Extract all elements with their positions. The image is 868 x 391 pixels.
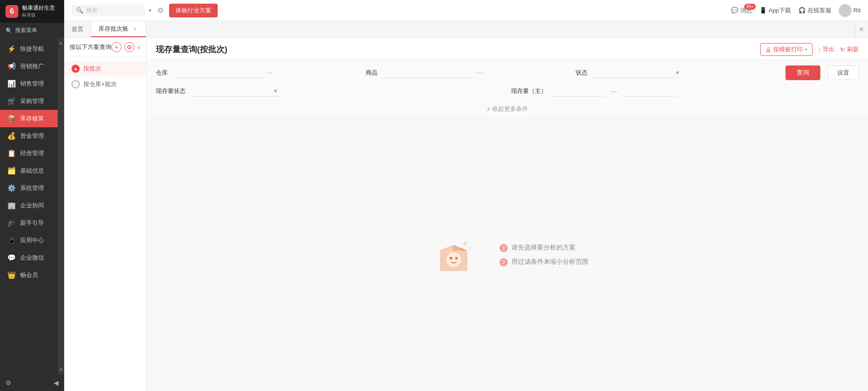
app-logo: 6 [5,5,18,18]
scroll-up-arrow[interactable]: ▲ [58,39,64,46]
sidebar-item-label: 企业微信 [20,254,44,262]
filter-row-2: 现存量状态 ▾ 现存量（主） — [156,86,859,97]
user-item[interactable]: Rit [839,4,861,17]
refresh-icon: ↻ [840,46,845,53]
print-btn[interactable]: 🖨 按模板打印 ▾ [760,43,813,56]
app-center-icon: 📱 [7,236,16,244]
online-support-item[interactable]: 🎧 在线客服 [798,6,831,15]
search-label: 搜索菜单 [15,27,37,34]
settings-icon[interactable]: ⚙ [5,379,11,386]
sidebar-item-marketing[interactable]: 📢 营销推广 [0,58,58,75]
gear-scheme-btn[interactable]: ⚙ [124,42,134,52]
sidebar-item-label: 销售管理 [20,80,44,88]
sidebar-item-label: 应用中心 [20,236,44,244]
sidebar-item-label: 资金管理 [20,132,44,140]
stock-status-select[interactable]: ▾ [189,86,281,97]
left-panel: 按以下方案查询 + ⚙ « ● 按批次 ○ 按仓库+批次 [64,38,147,391]
stock-amount-dash: — [609,88,619,95]
system-icon: ⚙️ [7,184,16,192]
collapse-more-label: 收起更多条件 [492,105,528,113]
topbar: 🔍 搜索 ▾ ⚙ 体验行业方案 💬 消息 99+ 📱 App下载 🎧 在线客服 … [64,0,868,21]
page-close-area[interactable]: ✕ [855,21,868,37]
collapse-left-panel-btn[interactable]: « [137,43,141,51]
sidebar-item-inventory[interactable]: 📦 库存核算 [0,110,58,127]
svg-marker-3 [461,248,467,250]
sidebar-item-quick-nav[interactable]: ⚡ 快捷导航 [0,40,58,58]
query-btn[interactable]: 查询 [786,65,820,80]
scheme-item-by-batch[interactable]: ● 按批次 [64,61,146,76]
app-edition: 标准版 [22,12,55,18]
sidebar-item-label: 经营管理 [20,149,44,157]
empty-state: 1 请先选择要分析的方案 2 用过滤条件来缩小分析范围 [147,119,868,391]
export-btn[interactable]: ↑ 导出 [818,45,835,54]
filter-stock-amount: 现存量（主） — [511,86,859,97]
warehouse-more-btn[interactable]: ··· [267,69,273,76]
svg-marker-10 [468,246,472,250]
svg-point-7 [450,257,452,260]
sidebar-item-app-center[interactable]: 📱 应用中心 [0,232,58,249]
sidebar-item-basic[interactable]: 🗂️ 基础信息 [0,162,58,179]
filter-status: 状态 ▾ [576,67,778,78]
app-download-item[interactable]: 📱 App下载 [759,6,791,15]
refresh-btn[interactable]: ↻ 刷新 [840,45,859,54]
print-dropdown-icon[interactable]: ▾ [805,47,808,53]
scheme-active-dot: ● [71,65,80,73]
message-item[interactable]: 💬 消息 99+ [731,6,752,15]
tip-number-2: 2 [500,258,508,266]
sidebar-item-enterprise[interactable]: 🏢 企业协同 [0,197,58,214]
sidebar-header: 6 畅康通好生意 标准版 [0,0,64,23]
stock-amount-min[interactable] [550,86,605,97]
topbar-search-text: 搜索 [86,6,97,14]
tip-number-1: 1 [500,244,508,252]
sidebar-item-label: 营销推广 [20,62,44,71]
svg-point-8 [455,257,458,260]
sidebar-search[interactable]: 🔍 搜索菜单 [0,23,64,38]
sidebar-item-member[interactable]: 👑 畅会员 [0,266,58,284]
tab-home[interactable]: 首页 [64,21,91,37]
product-input[interactable] [381,67,473,78]
sidebar-item-finance[interactable]: 💰 资金管理 [0,127,58,145]
main-area: 🔍 搜索 ▾ ⚙ 体验行业方案 💬 消息 99+ 📱 App下载 🎧 在线客服 … [64,0,868,391]
new-guide-icon: 🎓 [7,219,16,227]
sidebar-item-label: 企业协同 [20,201,44,210]
sidebar-item-enterprise-wechat[interactable]: 💬 企业微信 [0,249,58,266]
sidebar-item-label: 系统管理 [20,184,44,192]
export-icon: ↑ [818,46,821,53]
topbar-dropdown-icon[interactable]: ▾ [148,7,152,14]
experience-btn[interactable]: 体验行业方案 [169,4,218,17]
svg-point-6 [446,252,461,267]
scheme-item-by-warehouse-batch[interactable]: ○ 按仓库+批次 [64,76,146,92]
sidebar-item-new-guide[interactable]: 🎓 新手引导 [0,214,58,232]
topbar-gear-icon[interactable]: ⚙ [157,6,164,15]
scheme-outline-dot: ○ [71,80,80,88]
warehouse-input[interactable] [171,67,263,78]
tab-inventory-batch[interactable]: 库存批次账 × [91,21,146,37]
stock-amount-max[interactable] [622,86,677,97]
tab-close-btn[interactable]: × [131,25,138,33]
close-page-icon[interactable]: ✕ [859,26,864,33]
export-label: 导出 [823,45,835,54]
purchase-icon: 🛒 [7,97,16,105]
sidebar-item-operations[interactable]: 📋 经营管理 [0,145,58,162]
sidebar-item-sales[interactable]: 📊 销售管理 [0,75,58,92]
topbar-search-box[interactable]: 🔍 搜索 [71,5,145,16]
print-icon: 🖨 [765,46,771,53]
collapse-more-btn[interactable]: ∧ 收起更多条件 [156,102,859,113]
member-icon: 👑 [7,271,16,279]
scroll-down-arrow[interactable]: ▼ [58,366,64,373]
scheme-label: 按仓库+批次 [83,80,117,88]
headset-icon: 🎧 [798,7,806,14]
empty-box-svg [431,232,477,278]
filter-settings-btn[interactable]: 设置 [828,65,859,80]
tab-home-label: 首页 [71,25,83,33]
collapse-sidebar-icon[interactable]: ◀ [54,379,59,386]
product-more-btn[interactable]: ··· [477,69,483,76]
add-scheme-btn[interactable]: + [111,42,121,52]
sidebar-nav: ⚡ 快捷导航 📢 营销推广 📊 销售管理 🛒 采购管理 📦 库存核算 💰 [0,38,58,374]
sidebar-item-label: 新手引导 [20,219,44,227]
sidebar-item-label: 基础信息 [20,167,44,175]
sidebar-item-system[interactable]: ⚙️ 系统管理 [0,179,58,197]
sidebar-item-purchase[interactable]: 🛒 采购管理 [0,92,58,110]
status-select[interactable]: ▾ [591,67,683,78]
stock-status-dropdown-icon: ▾ [274,87,277,94]
